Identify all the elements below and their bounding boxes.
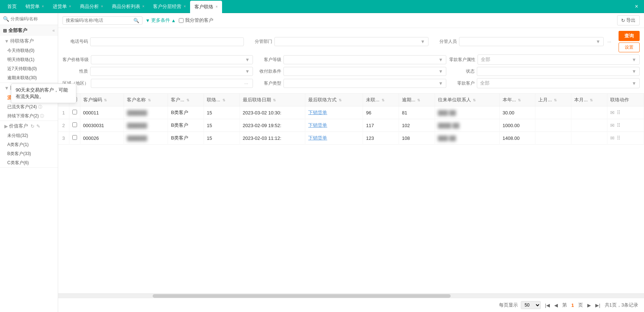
search-input[interactable] xyxy=(66,18,132,23)
col-this-month[interactable]: 本月... ⇅ xyxy=(571,94,607,106)
tab-product-list-close[interactable]: × xyxy=(142,4,145,8)
edit-icon[interactable]: ✎ xyxy=(36,123,40,129)
zero-customer-select[interactable]: 全部 ▼ xyxy=(477,78,640,88)
sidebar-item-class-c[interactable]: C类客户(6) xyxy=(0,158,58,167)
row-3-this-month xyxy=(571,132,607,145)
more-actions-icon2[interactable]: ⠿ xyxy=(617,122,620,128)
row-2-code: 00030031 xyxy=(80,119,124,132)
col-contact-count[interactable]: 联络... ⇅ xyxy=(204,94,240,106)
region-more-icon[interactable]: ··· xyxy=(243,81,250,86)
row-num-3: 3 xyxy=(58,132,69,145)
sidebar-item-declining[interactable]: 持续下滑客户(2) ⓘ xyxy=(0,112,58,121)
page-prev-icon[interactable]: ◀ xyxy=(553,302,559,309)
more-actions-icon3[interactable]: ⠿ xyxy=(617,135,620,141)
tab-product-list[interactable]: 商品分析列表 × xyxy=(108,0,149,13)
sidebar-all-customers[interactable]: ⊞ 全部客户 « xyxy=(0,25,58,36)
col-last-method[interactable]: 最后联络方式 ⇅ xyxy=(305,94,363,106)
col-overdue[interactable]: 逾期... ⇅ xyxy=(399,94,435,106)
sidebar-item-today[interactable]: 今天待联络(0) xyxy=(0,46,58,55)
payment-select[interactable]: ▼ xyxy=(283,67,446,76)
chevron-down-icon9: ▼ xyxy=(438,81,443,86)
customer-type-select[interactable]: ▼ xyxy=(283,79,446,88)
more-actions-icon[interactable]: ⠿ xyxy=(617,110,620,116)
phone-input[interactable] xyxy=(90,37,244,46)
sort-icon9: ⇅ xyxy=(473,98,476,102)
tab-product-analysis[interactable]: 商品分析 × xyxy=(76,0,108,13)
sidebar-item-tomorrow[interactable]: 明天待联络(1) xyxy=(0,55,58,64)
sidebar-collapse-icon[interactable]: « xyxy=(52,28,55,33)
sidebar-item-class-a[interactable]: A类客户(1) xyxy=(0,140,58,149)
person-more-icon[interactable]: ··· xyxy=(606,39,613,44)
col-type[interactable]: 客户... ⇅ xyxy=(168,94,204,106)
sidebar-item-churned[interactable]: 已流失客户(24) ⓘ xyxy=(0,102,58,112)
arrow-down-icon: ▼ xyxy=(4,39,9,44)
tab-customer-tier-close[interactable]: × xyxy=(184,4,186,8)
sort-icon10: ⇅ xyxy=(518,98,521,102)
search-box[interactable]: 🔍 xyxy=(63,16,142,25)
tab-product-analysis-close[interactable]: × xyxy=(101,4,103,8)
tab-customer-contact-close[interactable]: × xyxy=(216,5,218,9)
page-next-icon[interactable]: ▶ xyxy=(586,302,592,309)
sidebar-group-pending-title[interactable]: ▼ 待联络客户 xyxy=(0,36,58,46)
row-checkbox-3[interactable] xyxy=(69,132,80,145)
page-first-icon[interactable]: |◀ xyxy=(544,302,551,309)
person-select[interactable]: ▼ xyxy=(459,37,604,46)
row-1-checkbox[interactable] xyxy=(72,110,77,114)
contact-icon[interactable]: ✉ xyxy=(610,110,615,116)
sidebar-group-value-title[interactable]: ▶ 价值客户 ↻ ✎ xyxy=(0,121,58,131)
sidebar-item-overdue[interactable]: 逾期未联络(30) xyxy=(0,73,58,82)
status-select[interactable]: ▼ xyxy=(477,67,640,76)
more-conditions-button[interactable]: ▼ 更多条件 ▲ xyxy=(145,17,176,24)
sidebar-item-ungrouped[interactable]: 未分组(32) xyxy=(0,131,58,140)
row-3-code: 000026 xyxy=(80,132,124,145)
price-level-select[interactable]: ▼ xyxy=(91,55,253,64)
col-last-month[interactable]: 上月... ⇅ xyxy=(535,94,571,106)
row-3-method[interactable]: 下销货单 xyxy=(305,132,363,145)
sidebar-search-box[interactable]: 🔍 xyxy=(0,13,58,25)
tab-customer-tier[interactable]: 客户分层经营 × xyxy=(149,0,190,13)
customer-level-select[interactable]: ▼ xyxy=(283,55,446,64)
tab-purchase[interactable]: 进货单 × xyxy=(48,0,76,13)
export-button[interactable]: ↻ 导出 xyxy=(617,15,640,25)
row-checkbox-2[interactable] xyxy=(69,119,80,132)
region-select[interactable]: ··· xyxy=(91,79,253,88)
window-close-button[interactable]: × xyxy=(632,3,641,10)
col-last-date[interactable]: 最后联络日期 ⇅ xyxy=(240,94,305,106)
tab-sales[interactable]: 销货单 × xyxy=(21,0,48,13)
row-checkbox-1[interactable] xyxy=(69,106,80,119)
row-2-method[interactable]: 下销货单 xyxy=(305,119,363,132)
contact-icon2[interactable]: ✉ xyxy=(610,122,615,128)
horizontal-scrollbar[interactable] xyxy=(58,293,644,298)
dept-select[interactable]: ▼ xyxy=(274,37,428,46)
info-icon2: ⓘ xyxy=(40,114,44,118)
tab-purchase-close[interactable]: × xyxy=(69,4,71,8)
col-name[interactable]: 客户名称 ⇅ xyxy=(124,94,168,106)
col-uncontacted[interactable]: 未联... ⇅ xyxy=(363,94,399,106)
sidebar-search-input[interactable] xyxy=(11,16,58,21)
my-customers-checkbox[interactable]: 我分管的客户 xyxy=(179,17,213,24)
query-button[interactable]: 查询 xyxy=(619,31,640,41)
sidebar-item-class-b[interactable]: B类客户(33) xyxy=(0,149,58,158)
settings-button[interactable]: 设置 xyxy=(619,42,640,52)
scrollbar-thumb[interactable] xyxy=(153,294,451,298)
row-1-method[interactable]: 下销货单 xyxy=(305,106,363,119)
col-year[interactable]: 本年... ⇅ xyxy=(499,94,535,106)
filter-status: 状态 ▼ xyxy=(449,67,640,76)
sidebar-item-7days[interactable]: 近7天待联络(0) xyxy=(0,64,58,73)
page-last-icon[interactable]: ▶| xyxy=(594,302,601,309)
tab-home[interactable]: 首页 xyxy=(3,0,21,13)
my-customers-check[interactable] xyxy=(179,18,184,23)
col-unit-contact[interactable]: 往来单位联系人 ⇅ xyxy=(435,94,499,106)
page-size-select[interactable]: 50 100 200 xyxy=(521,301,541,309)
search-submit-icon[interactable]: 🔍 xyxy=(133,18,139,23)
col-code[interactable]: 客户编码 ⇅ xyxy=(80,94,124,106)
refresh-icon[interactable]: ↻ xyxy=(31,123,35,129)
row-3-checkbox[interactable] xyxy=(72,135,77,140)
row-2-checkbox[interactable] xyxy=(72,122,77,127)
nature-select[interactable]: ▼ xyxy=(90,67,253,76)
zero-attr-select[interactable]: 全部 ▼ xyxy=(478,54,640,65)
tab-sales-close[interactable]: × xyxy=(42,4,44,8)
row-2-overdue: 102 xyxy=(399,119,435,132)
contact-icon3[interactable]: ✉ xyxy=(610,135,615,141)
tab-customer-contact[interactable]: 客户联络 × xyxy=(190,1,222,13)
